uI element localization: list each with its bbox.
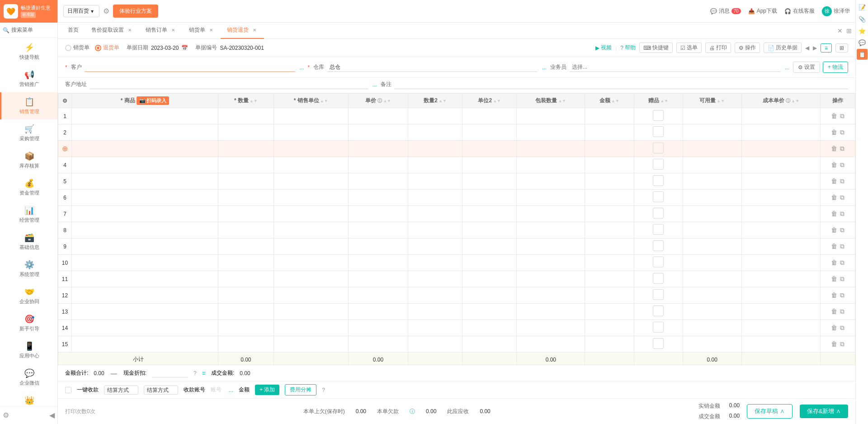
cell-unit-5[interactable] xyxy=(274,173,348,190)
delete-row-3-icon[interactable]: 🗑 xyxy=(831,145,837,152)
cell-cost-8[interactable] xyxy=(741,222,821,238)
cell-unit2-10[interactable] xyxy=(462,255,517,271)
cell-cost-13[interactable] xyxy=(741,304,821,320)
cell-product-11[interactable] xyxy=(72,271,218,287)
cell-product-4[interactable] xyxy=(72,157,218,173)
cell-cost-6[interactable] xyxy=(741,190,821,206)
cell-qty2-13[interactable] xyxy=(408,304,462,320)
rs-attachment-icon[interactable]: 📎 xyxy=(857,14,868,24)
cell-cost-1[interactable] xyxy=(741,108,821,124)
add-btn[interactable]: + 添加 xyxy=(255,385,279,395)
fee-help-icon[interactable]: ? xyxy=(322,387,325,393)
cell-product-7[interactable] xyxy=(72,206,218,222)
cell-price-7[interactable] xyxy=(348,206,408,222)
cell-gift-8[interactable] xyxy=(634,222,683,238)
cell-qty-14[interactable] xyxy=(218,320,274,336)
sort-unit2[interactable]: ▲▼ xyxy=(493,99,501,103)
cell-unit2-8[interactable] xyxy=(462,222,517,238)
cell-pack-5[interactable] xyxy=(517,173,585,190)
cell-product-6[interactable] xyxy=(72,190,218,206)
cell-amount-15[interactable] xyxy=(585,336,634,353)
tab-sale-order[interactable]: 销售订单 ✕ xyxy=(139,23,183,39)
next-record-icon[interactable]: ▶ xyxy=(813,45,817,51)
copy-row-8-icon[interactable]: ⧉ xyxy=(840,226,844,234)
cell-gift-10[interactable] xyxy=(634,255,683,271)
cell-price-10[interactable] xyxy=(348,255,408,271)
gift-checkbox-2[interactable] xyxy=(653,126,664,137)
cell-product-1[interactable] xyxy=(72,108,218,124)
cell-avail-4[interactable] xyxy=(683,157,741,173)
th-settings[interactable]: ⚙ xyxy=(58,94,72,108)
save-draft-btn[interactable]: 保存草稿 ∧ xyxy=(747,404,793,419)
gift-checkbox-1[interactable] xyxy=(653,110,664,121)
cell-product-2[interactable] xyxy=(72,124,218,141)
cell-qty-10[interactable] xyxy=(218,255,274,271)
cell-amount-10[interactable] xyxy=(585,255,634,271)
cell-amount-6[interactable] xyxy=(585,190,634,206)
cell-price-2[interactable] xyxy=(348,124,408,141)
cell-amount-3[interactable] xyxy=(585,141,634,157)
copy-row-6-icon[interactable]: ⧉ xyxy=(840,194,844,201)
customer-input[interactable] xyxy=(85,62,295,72)
cell-product-13[interactable] xyxy=(72,304,218,320)
copy-row-12-icon[interactable]: ⧉ xyxy=(840,291,844,299)
sidebar-search[interactable]: 🔍 搜索菜单 xyxy=(0,23,57,38)
cell-avail-13[interactable] xyxy=(683,304,741,320)
cell-amount-5[interactable] xyxy=(585,173,634,190)
cell-cost-4[interactable] xyxy=(741,157,821,173)
cell-qty-2[interactable] xyxy=(218,124,274,141)
cell-price-15[interactable] xyxy=(348,336,408,353)
cell-unit-6[interactable] xyxy=(274,190,348,206)
cell-qty2-6[interactable] xyxy=(408,190,462,206)
user-btn[interactable]: 徐 徐泽华 xyxy=(822,6,850,16)
prev-record-icon[interactable]: ◀ xyxy=(805,45,809,51)
delete-row-10-icon[interactable]: 🗑 xyxy=(831,259,837,267)
cell-pack-6[interactable] xyxy=(517,190,585,206)
sort-qty[interactable]: ▲▼ xyxy=(250,99,258,103)
cell-qty2-5[interactable] xyxy=(408,173,462,190)
cell-product-12[interactable] xyxy=(72,287,218,304)
cell-unit2-15[interactable] xyxy=(462,336,517,353)
sidebar-item-operations[interactable]: 📊 经营管理 xyxy=(0,201,57,228)
delete-row-9-icon[interactable]: 🗑 xyxy=(831,243,837,250)
sidebar-item-basics[interactable]: 🗃️ 基础信息 xyxy=(0,228,57,255)
cell-avail-9[interactable] xyxy=(683,238,741,255)
cell-qty-7[interactable] xyxy=(218,206,274,222)
cell-unit-9[interactable] xyxy=(274,238,348,255)
gift-checkbox-12[interactable] xyxy=(653,289,664,300)
cell-pack-10[interactable] xyxy=(517,255,585,271)
cell-pack-2[interactable] xyxy=(517,124,585,141)
copy-row-2-icon[interactable]: ⧉ xyxy=(840,129,844,136)
message-btn[interactable]: 💬 消息 70 xyxy=(710,7,741,15)
cell-qty2-12[interactable] xyxy=(408,287,462,304)
cell-unit-11[interactable] xyxy=(274,271,348,287)
logistics-btn[interactable]: + 物流 xyxy=(823,62,848,73)
cell-gift-3[interactable] xyxy=(634,141,683,157)
copy-row-1-icon[interactable]: ⧉ xyxy=(840,112,844,120)
cell-qty2-1[interactable] xyxy=(408,108,462,124)
cell-unit-12[interactable] xyxy=(274,287,348,304)
cell-cost-3[interactable] xyxy=(741,141,821,157)
cell-unit-3[interactable] xyxy=(274,141,348,157)
cell-cost-11[interactable] xyxy=(741,271,821,287)
cell-unit2-6[interactable] xyxy=(462,190,517,206)
operation-btn[interactable]: ⚙ 操作 xyxy=(735,43,760,53)
cell-qty-8[interactable] xyxy=(218,222,274,238)
copy-row-3-icon[interactable]: ⧉ xyxy=(840,145,844,152)
copy-row-5-icon[interactable]: ⧉ xyxy=(840,177,844,185)
cell-qty2-8[interactable] xyxy=(408,222,462,238)
sidebar-item-marketing[interactable]: 📢 营销推广 xyxy=(0,65,57,92)
settings-gear-icon[interactable]: ⚙ xyxy=(103,7,109,15)
cell-cost-5[interactable] xyxy=(741,173,821,190)
cell-gift-14[interactable] xyxy=(634,320,683,336)
cell-cost-10[interactable] xyxy=(741,255,821,271)
gift-checkbox-7[interactable] xyxy=(653,208,664,219)
cell-price-13[interactable] xyxy=(348,304,408,320)
cell-unit2-1[interactable] xyxy=(462,108,517,124)
cell-qty2-11[interactable] xyxy=(408,271,462,287)
cell-unit-14[interactable] xyxy=(274,320,348,336)
cell-avail-7[interactable] xyxy=(683,206,741,222)
cell-price-11[interactable] xyxy=(348,271,408,287)
cash-discount-input[interactable] xyxy=(152,369,188,377)
cell-price-3[interactable] xyxy=(348,141,408,157)
